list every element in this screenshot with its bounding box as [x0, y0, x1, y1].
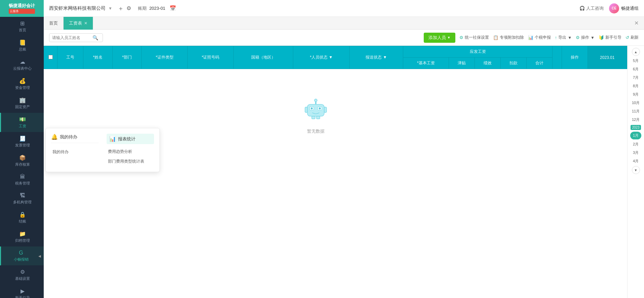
month-item-12[interactable]: 12月	[628, 115, 644, 124]
month-item-2[interactable]: 2月	[628, 140, 644, 148]
month-item-8[interactable]: 8月	[628, 82, 644, 90]
salary-group-header: 应发工资	[403, 46, 553, 58]
sidebar-item-invoice[interactable]: 🧾 发票管理	[0, 132, 44, 151]
year-label-2023: 2023	[631, 125, 641, 130]
popup-right-column: 📊 报表统计 费用趋势分析 部门费用类型统计表	[107, 134, 154, 166]
export-label: 导出	[558, 35, 566, 40]
period-label: 账期	[138, 5, 147, 11]
month-item-9[interactable]: 9月	[628, 90, 644, 99]
deduct-subheader: 扣款	[501, 58, 527, 69]
my-todo-item[interactable]: 我的待办	[51, 147, 99, 157]
period-value: 2023-01	[149, 6, 165, 11]
sidebar-item-inventory[interactable]: 📦 库存核算	[0, 151, 44, 170]
archive-icon: 📁	[19, 231, 26, 237]
tab-home[interactable]: 首页	[44, 17, 64, 30]
svg-rect-7	[305, 107, 307, 112]
popup-left-title: 我的待办	[60, 134, 77, 140]
svg-rect-9	[312, 116, 315, 119]
empty-icon	[302, 96, 329, 123]
special-deduct-label: 专项附加扣除	[500, 35, 524, 40]
sidebar-item-label: 发票管理	[15, 143, 30, 148]
assets-icon: 🏢	[19, 97, 26, 103]
search-button[interactable]: 🔍	[92, 35, 98, 40]
tax-report-icon: 📊	[528, 35, 533, 40]
month-item-10[interactable]: 10月	[628, 99, 644, 107]
sidebar-item-salary[interactable]: 💵 工资	[0, 113, 44, 132]
sidebar-item-home[interactable]: ⊞ 首页	[0, 17, 44, 36]
export-icon: ↑	[555, 35, 557, 40]
month-col-header: 2023.01	[588, 46, 627, 69]
month-item-5[interactable]: 5月	[628, 57, 644, 65]
guide-label: 新手引导	[605, 35, 621, 40]
add-person-label: 添加人员	[428, 35, 446, 41]
logo-sub: 云服务	[9, 9, 35, 14]
user-info[interactable]: CE 畅捷通组	[609, 3, 639, 13]
month-item-11[interactable]: 11月	[628, 107, 644, 115]
refresh-icon: ↺	[626, 35, 629, 40]
sidebar-item-fixed-assets[interactable]: 🏢 固定资产	[0, 94, 44, 113]
tab-bar-close-button[interactable]: ✕	[632, 20, 641, 26]
search-input[interactable]	[52, 35, 92, 40]
sidebar-item-cloud-report[interactable]: ☁ 云报表中心	[0, 55, 44, 74]
operation-dropdown-icon: ▼	[591, 35, 595, 40]
service-button[interactable]: 🎧 人工咨询	[579, 5, 604, 11]
tab-close-icon[interactable]: ✕	[84, 21, 87, 26]
special-deduct-action[interactable]: 📋 专项附加扣除	[493, 35, 524, 40]
checkbox-column-header[interactable]	[44, 46, 58, 69]
salary-icon: 💵	[19, 116, 26, 123]
sidebar-item-multi-org[interactable]: 🏗 多机构管理	[0, 189, 44, 208]
operation-action[interactable]: ⚙ 操作 ▼	[576, 35, 595, 40]
company-dropdown-icon[interactable]: ▼	[108, 6, 112, 11]
inventory-icon: 📦	[19, 155, 26, 161]
sidebar-item-fund[interactable]: 💰 资金管理	[0, 74, 44, 94]
expense-trend-item[interactable]: 费用趋势分析	[107, 147, 154, 157]
add-person-button[interactable]: 添加人员 ▼	[424, 33, 455, 43]
sidebar: 畅捷通好会计 云服务 ⊞ 首页 📒 总账 ☁ 云报表中心 💰 资金管理 🏢 固定…	[0, 0, 44, 298]
month-nav-up-button[interactable]: ▲	[632, 48, 640, 56]
cloud-icon: ☁	[20, 59, 25, 65]
company-settings-button[interactable]: ⚙	[126, 5, 131, 11]
month-item-4[interactable]: 4月	[628, 157, 644, 165]
guide-action[interactable]: 🔰 新手引导	[599, 35, 621, 40]
status-header: *人员状态 ▼	[293, 46, 349, 69]
month-item-7[interactable]: 7月	[628, 73, 644, 82]
empty-text: 暂无数据	[307, 128, 325, 134]
cert-no-header: *证照号码	[188, 46, 234, 69]
popup-left-column: 🔔 我的待办 我的待办	[51, 134, 99, 166]
refresh-action[interactable]: ↺ 刷新	[626, 35, 639, 40]
add-company-button[interactable]: ＋	[118, 4, 124, 12]
export-action[interactable]: ↑ 导出 ▼	[555, 35, 572, 40]
social-security-label: 统一社保设置	[465, 35, 489, 40]
tab-salary[interactable]: 工资表 ✕	[64, 17, 93, 30]
report-icon: 📊	[109, 136, 116, 142]
sidebar-item-closing[interactable]: 🔒 结账	[0, 208, 44, 227]
sidebar-item-basic-settings[interactable]: ⚙ 基础设置	[0, 265, 44, 285]
top-bar: 西安虾米网络科技有限公司 ▼ ＋ ⚙ 账期 2023-01 📅 🎧 人工咨询 C…	[44, 0, 644, 17]
bonus-subheader: 津贴	[449, 58, 475, 69]
tab-home-label: 首页	[49, 20, 58, 26]
calendar-icon[interactable]: 📅	[169, 5, 176, 11]
tab-salary-label: 工资表	[69, 20, 82, 26]
month-item-6[interactable]: 6月	[628, 65, 644, 73]
sidebar-item-label: 小畅报销	[14, 257, 29, 262]
sidebar-item-xiaochang[interactable]: G 小畅报销 ◀	[0, 246, 44, 265]
month-item-1-active[interactable]: 1月	[630, 132, 641, 139]
dept-header: *部门	[112, 46, 142, 69]
svg-rect-10	[316, 116, 320, 119]
sidebar-item-ledger[interactable]: 📒 总账	[0, 36, 44, 55]
social-security-action[interactable]: ⚙ 统一社保设置	[459, 35, 489, 40]
job-no-header: 工号	[58, 46, 83, 69]
tax-report-action[interactable]: 📊 个税申报	[528, 35, 551, 40]
tax-report-label: 个税申报	[535, 35, 551, 40]
month-item-3[interactable]: 3月	[628, 148, 644, 157]
sidebar-item-archive[interactable]: 📁 归档管理	[0, 227, 44, 246]
service-label: 人工咨询	[586, 5, 604, 11]
sidebar-item-guide[interactable]: ▶ 新手引导	[0, 285, 44, 298]
month-nav-down-button[interactable]: ▼	[632, 166, 640, 174]
sidebar-item-tax[interactable]: 🏛 税务管理	[0, 170, 44, 189]
todo-icon: 🔔	[51, 134, 58, 140]
select-all-checkbox[interactable]	[48, 55, 53, 59]
sidebar-item-label: 结账	[19, 219, 26, 224]
tab-bar: 首页 工资表 ✕ ✕	[44, 17, 644, 30]
dept-expense-item[interactable]: 部门费用类型统计表	[107, 157, 154, 166]
